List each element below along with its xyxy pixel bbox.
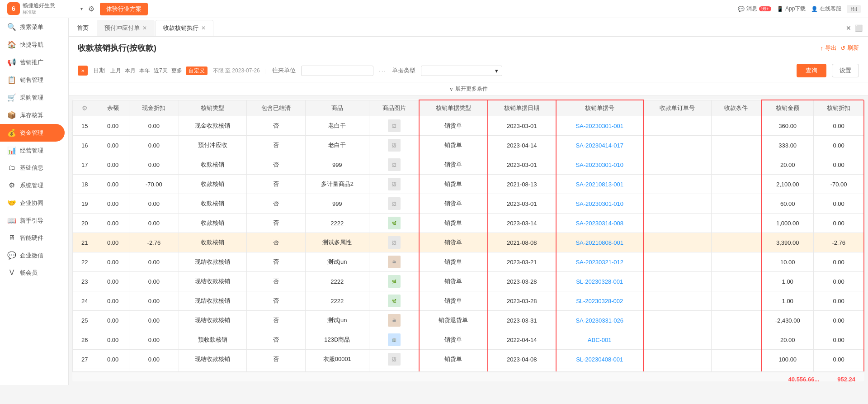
refresh-button[interactable]: ↺ 刷新: [840, 44, 859, 52]
cell-verify-no[interactable]: SL-20230328-001: [556, 272, 643, 291]
tab-home[interactable]: 首页: [70, 20, 96, 36]
sidebar-item-system[interactable]: ⚙系统管理: [0, 176, 68, 194]
query-button[interactable]: 查询: [797, 64, 826, 77]
tab-prepay-close[interactable]: ✕: [142, 25, 147, 31]
tab-maximize-btn[interactable]: ⬜: [855, 24, 863, 32]
cell-balance: 0.00: [97, 272, 129, 291]
sidebar-icon-basic: 🗂: [7, 164, 16, 172]
sidebar-item-operations[interactable]: 📊经营管理: [0, 142, 68, 159]
sidebar-item-purchase[interactable]: 🛒采购管理: [0, 89, 68, 106]
tab-collection-close[interactable]: ✕: [201, 25, 206, 31]
cell-no: 22: [73, 252, 97, 272]
dropdown-arrow-icon[interactable]: ▾: [80, 6, 83, 11]
verify-no-link[interactable]: SL-20230328-002: [576, 298, 623, 304]
sidebar-item-enterprise[interactable]: 🤝企业协同: [0, 194, 68, 212]
cell-verify-discount: 0.00: [814, 252, 864, 272]
col-gear-icon[interactable]: ⚙: [82, 105, 88, 112]
date-this-year[interactable]: 本年: [139, 67, 150, 75]
message-nav-item[interactable]: 💬 消息 99+: [738, 5, 771, 13]
verify-no-link[interactable]: SA-20230301-010: [576, 200, 623, 207]
sidebar-item-sales[interactable]: 📋销售管理: [0, 71, 68, 89]
expand-conditions-btn[interactable]: ∨ 展开更多条件: [449, 85, 488, 93]
col-header-collection-no: 收款单订单号: [643, 100, 711, 116]
cell-verify-no[interactable]: SA-20230301-010: [556, 155, 643, 175]
verify-no-link[interactable]: SA-20230414-017: [576, 142, 623, 149]
from-unit-input[interactable]: [301, 66, 373, 76]
settings-icon[interactable]: ⚙: [88, 5, 94, 13]
col-header-verify-type: 核销类型: [179, 100, 247, 116]
cell-verify-no[interactable]: SL-20230328-002: [556, 291, 643, 311]
cell-balance: 0.00: [97, 291, 129, 311]
verify-no-link[interactable]: ABC-001: [588, 337, 612, 343]
verify-no-link[interactable]: SL-20230328-001: [576, 278, 623, 285]
date-custom-btn[interactable]: 自定义: [186, 67, 208, 75]
col-header-verify-date: 核销单据日期: [488, 100, 556, 116]
col-header-verify-amount: 核销金额: [761, 100, 814, 116]
verify-no-link[interactable]: SA-20230331-026: [576, 317, 623, 324]
tab-close-window-btn[interactable]: ✕: [846, 24, 851, 32]
cell-verify-no[interactable]: SA-20230301-001: [556, 116, 643, 136]
verify-no-link[interactable]: SA-20210808-001: [576, 239, 623, 246]
cell-product: 123D商品: [305, 330, 369, 350]
sidebar-item-finance[interactable]: 💰资金管理: [0, 124, 65, 142]
cell-verify-date: 2023-03-01: [488, 155, 556, 175]
cell-verify-bill-type: 销货单: [419, 175, 487, 194]
cell-balance: 0.00: [97, 233, 129, 252]
sidebar-item-search[interactable]: 🔍搜索菜单: [0, 18, 68, 36]
sidebar-item-inventory[interactable]: 📦库存核算: [0, 106, 68, 124]
date-more[interactable]: 更多: [171, 67, 182, 75]
cell-verify-no[interactable]: SA-20210808-001: [556, 233, 643, 252]
cell-include-settled: 否: [246, 252, 305, 272]
cell-no: 19: [73, 194, 97, 214]
filter-settings-button[interactable]: 设置: [832, 64, 859, 77]
cell-verify-type: 预付冲应收: [179, 136, 247, 155]
date-last-month[interactable]: 上月: [110, 67, 121, 75]
cell-verify-no[interactable]: SA-20230331-026: [556, 311, 643, 330]
cell-verify-no[interactable]: SA-20230301-010: [556, 194, 643, 214]
cell-include-settled: 否: [246, 272, 305, 291]
table-scroll-area[interactable]: ⚙ 余额 现金折扣 核销类型 包含已结清 商品 商品图片 核销单据类型 核销单据…: [72, 100, 864, 371]
cell-verify-no[interactable]: SA-20230321-012: [556, 252, 643, 272]
date-7days[interactable]: 近7天: [154, 67, 168, 75]
app-download-label: App下载: [785, 5, 806, 13]
sidebar-item-guide[interactable]: 📖新手引导: [0, 212, 68, 229]
verify-no-link[interactable]: SA-20230314-008: [576, 220, 623, 227]
verify-no-link[interactable]: SA-20230301-010: [576, 162, 623, 168]
verify-no-link[interactable]: SA-20230301-001: [576, 123, 623, 129]
sidebar-item-marketing[interactable]: 📢营销推广: [0, 53, 68, 71]
cell-collection-condition: [711, 136, 761, 155]
bill-type-select[interactable]: ▾: [421, 66, 502, 76]
sidebar-label-search: 搜索菜单: [20, 23, 43, 31]
cell-verify-no[interactable]: SA-20230414-017: [556, 136, 643, 155]
sidebar-item-member[interactable]: V畅会员: [0, 264, 68, 281]
cell-verify-no[interactable]: SL-20230408-001: [556, 350, 643, 369]
cell-collection-no: [643, 272, 711, 291]
date-this-month[interactable]: 本月: [125, 67, 136, 75]
trial-button[interactable]: 体验行业方案: [100, 3, 148, 15]
col-header-verify-bill-type: 核销单据类型: [419, 100, 487, 116]
online-service-item[interactable]: 👤 在线客服: [811, 5, 841, 13]
sidebar-item-basic[interactable]: 🗂基础信息: [0, 159, 68, 176]
sidebar-item-nav[interactable]: 🏠快捷导航: [0, 36, 68, 53]
product-img: 🖼: [388, 158, 401, 171]
cell-verify-no[interactable]: SA-20210813-001: [556, 175, 643, 194]
cell-verify-type: 收款核销: [179, 155, 247, 175]
verify-no-link[interactable]: SL-20230408-001: [576, 356, 623, 363]
tab-prepay[interactable]: 预付冲应付单 ✕: [97, 20, 155, 36]
export-button[interactable]: ↑ 导出: [821, 44, 837, 52]
filter-expand-button[interactable]: »: [78, 66, 88, 76]
sidebar-item-hardware[interactable]: 🖥智能硬件: [0, 229, 68, 247]
sidebar-item-wechat[interactable]: 💬企业微信: [0, 247, 68, 264]
user-area[interactable]: Rit: [847, 5, 861, 13]
app-download-item[interactable]: 📱 App下载: [777, 5, 806, 13]
cell-verify-no[interactable]: ABC-001: [556, 330, 643, 350]
product-img: 🏔: [388, 314, 401, 327]
table-row: 20 0.00 0.00 收款核销 否 2222 🌿 销货单 2023-03-1…: [73, 214, 864, 233]
col-header-gear[interactable]: ⚙: [73, 100, 97, 116]
cell-verify-no[interactable]: SA-20230314-008: [556, 214, 643, 233]
verify-no-link[interactable]: SA-20230321-012: [576, 259, 623, 266]
cell-verify-bill-type: 销货单: [419, 116, 487, 136]
cell-verify-discount: 0.00: [814, 136, 864, 155]
tab-collection[interactable]: 收款核销执行 ✕: [156, 20, 213, 36]
verify-no-link[interactable]: SA-20210813-001: [576, 181, 623, 188]
